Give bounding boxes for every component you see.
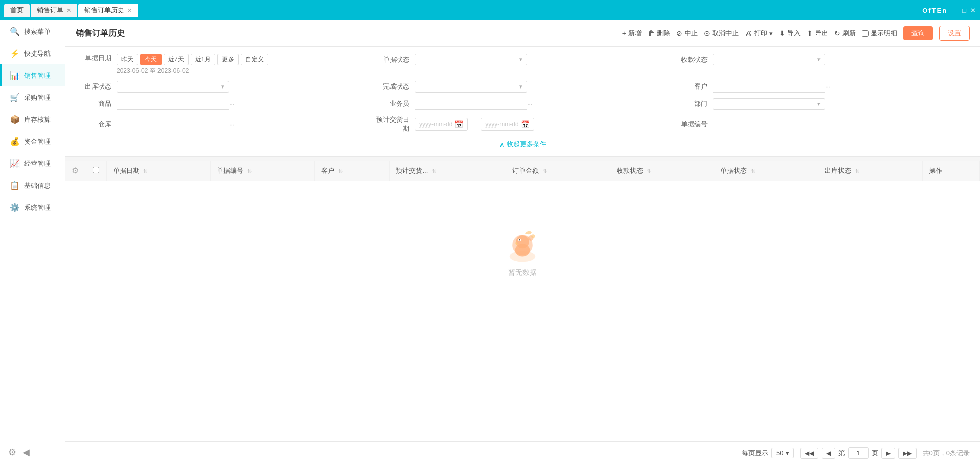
- refresh-label: 刷新: [842, 29, 856, 38]
- sidebar: 🔍 搜索菜单 ⚡ 快捷导航 📊 销售管理 🛒 采购管理 📦 库存核算 💰 资金管…: [0, 20, 65, 464]
- pagination: ◀◀ ◀ 第 页 ▶ ▶▶: [800, 447, 917, 459]
- import-button[interactable]: ⬇ 导入: [779, 29, 801, 38]
- export-label: 导出: [815, 29, 828, 38]
- filter-bill-no-group: 单据编号: [672, 118, 970, 130]
- print-icon: 🖨: [745, 29, 752, 37]
- fund-mgmt-icon: 💰: [10, 137, 20, 146]
- cancel-stop-button[interactable]: ⊙ 取消中止: [704, 29, 739, 38]
- yesterday-btn[interactable]: 昨天: [117, 54, 138, 65]
- salesperson-dots[interactable]: ···: [527, 100, 533, 108]
- product-dots[interactable]: ···: [229, 100, 235, 108]
- page-size-box[interactable]: 50 ▾: [771, 448, 793, 458]
- delivery-date-from-input[interactable]: yyyy-mm-dd 📅: [415, 118, 468, 131]
- collapse-sidebar-icon[interactable]: ◀: [22, 447, 30, 458]
- tab-sales-order[interactable]: 销售订单 ✕: [31, 4, 77, 17]
- sort-receive-status-icon[interactable]: ⇅: [647, 168, 651, 174]
- tab-sales-order-label: 销售订单: [37, 6, 63, 15]
- tab-home[interactable]: 首页: [4, 4, 30, 17]
- display-detail-input[interactable]: [862, 30, 869, 37]
- current-page-input[interactable]: [848, 447, 869, 459]
- department-select[interactable]: ▾: [713, 98, 825, 110]
- page-label-pre: 第: [838, 449, 845, 458]
- last-page-btn[interactable]: ▶▶: [898, 448, 917, 459]
- display-detail-checkbox[interactable]: 显示明细: [862, 29, 897, 38]
- new-button[interactable]: + 新增: [622, 29, 642, 38]
- sidebar-item-search-menu[interactable]: 🔍 搜索菜单: [0, 20, 65, 42]
- receive-status-select[interactable]: ▾: [713, 54, 825, 65]
- delete-button[interactable]: 🗑 删除: [648, 29, 670, 38]
- page-title: 销售订单历史: [76, 28, 125, 39]
- delivery-date-to-input[interactable]: yyyy-mm-dd 📅: [481, 118, 534, 131]
- tab-sales-history[interactable]: 销售订单历史 ✕: [78, 4, 138, 17]
- out-status-select[interactable]: ▾: [117, 81, 229, 93]
- sidebar-bottom: ⚙ ◀: [0, 440, 65, 464]
- query-button[interactable]: 查询: [903, 26, 933, 40]
- last7-btn[interactable]: 近7天: [164, 54, 189, 65]
- svg-point-3: [515, 244, 530, 256]
- sidebar-item-purchase-mgmt[interactable]: 🛒 采购管理: [0, 86, 65, 108]
- filter-complete-status-group: 完成状态 ▾: [374, 81, 672, 93]
- print-button[interactable]: 🖨 打印 ▾: [745, 29, 773, 38]
- tab-home-label: 首页: [10, 6, 24, 15]
- salesperson-input[interactable]: [415, 98, 527, 110]
- new-icon: +: [622, 29, 626, 37]
- today-btn[interactable]: 今天: [140, 54, 162, 65]
- bill-no-input[interactable]: [713, 118, 856, 130]
- bill-status-arrow-icon: ▾: [519, 56, 522, 63]
- sidebar-item-quick-nav[interactable]: ⚡ 快捷导航: [0, 42, 65, 64]
- sidebar-item-sales-mgmt[interactable]: 📊 销售管理: [0, 64, 65, 86]
- minimize-btn[interactable]: —: [951, 7, 958, 14]
- first-page-btn[interactable]: ◀◀: [800, 448, 818, 459]
- settings-button[interactable]: 设置: [939, 26, 970, 41]
- import-label: 导入: [787, 29, 801, 38]
- close-btn[interactable]: ✕: [970, 7, 976, 14]
- sidebar-item-ops-mgmt[interactable]: 📈 经营管理: [0, 152, 65, 174]
- tab-sales-order-close[interactable]: ✕: [66, 7, 71, 14]
- maximize-btn[interactable]: □: [962, 7, 966, 14]
- th-bill-no: 单据编号 ⇅: [211, 161, 315, 181]
- th-bill-status: 单据状态 ⇅: [714, 161, 818, 181]
- ops-mgmt-icon: 📈: [10, 159, 20, 168]
- sort-order-amount-icon[interactable]: ⇅: [543, 168, 547, 174]
- stop-button[interactable]: ⊘ 中止: [676, 29, 698, 38]
- customer-dots[interactable]: ···: [825, 83, 831, 91]
- refresh-icon: ↻: [834, 29, 840, 37]
- warehouse-input[interactable]: [117, 118, 229, 130]
- sort-bill-no-icon[interactable]: ⇅: [247, 168, 252, 174]
- filter-customer-group: 客户 ···: [672, 80, 970, 93]
- custom-btn[interactable]: 自定义: [241, 54, 268, 65]
- sidebar-item-basic-info[interactable]: 📋 基础信息: [0, 174, 65, 196]
- customer-input[interactable]: [713, 80, 825, 93]
- select-all-checkbox[interactable]: [93, 167, 99, 173]
- next-page-btn[interactable]: ▶: [881, 448, 895, 459]
- table-area: ⚙ 单据日期 ⇅ 单据编号 ⇅: [65, 161, 980, 441]
- complete-status-select[interactable]: ▾: [415, 81, 527, 93]
- bill-status-label: 单据状态: [374, 55, 415, 64]
- tab-sales-history-close[interactable]: ✕: [127, 7, 132, 14]
- sort-bill-status-icon[interactable]: ⇅: [751, 168, 755, 174]
- product-input[interactable]: [117, 98, 229, 110]
- bill-status-select[interactable]: ▾: [415, 54, 527, 65]
- sidebar-item-system-mgmt[interactable]: ⚙️ 系统管理: [0, 196, 65, 218]
- new-label: 新增: [628, 29, 642, 38]
- table-footer: 每页显示 50 ▾ ◀◀ ◀ 第 页 ▶ ▶▶ 共0页，0条记录: [65, 441, 980, 464]
- last1m-btn[interactable]: 近1月: [191, 54, 216, 65]
- sort-customer-icon[interactable]: ⇅: [338, 168, 343, 174]
- delete-label: 删除: [657, 29, 670, 38]
- collapse-more-btn[interactable]: ∧ 收起更多条件: [76, 137, 970, 149]
- table-settings-icon[interactable]: ⚙: [72, 166, 79, 175]
- export-button[interactable]: ⬆ 导出: [807, 29, 828, 38]
- sort-out-status-icon[interactable]: ⇅: [855, 168, 859, 174]
- sort-bill-date-icon[interactable]: ⇅: [143, 168, 147, 174]
- settings-bottom-icon[interactable]: ⚙: [8, 447, 16, 458]
- filter-receive-status-group: 收款状态 ▾: [672, 54, 970, 65]
- cancel-stop-label: 取消中止: [712, 29, 739, 38]
- prev-page-btn[interactable]: ◀: [822, 448, 835, 459]
- sidebar-item-inventory-calc[interactable]: 📦 库存核算: [0, 108, 65, 130]
- more-btn[interactable]: 更多: [217, 54, 239, 65]
- filter-area: 单据日期 昨天 今天 近7天 近1月 更多 自定义 2023-06-02 至 2…: [65, 47, 980, 157]
- sidebar-item-fund-mgmt[interactable]: 💰 资金管理: [0, 130, 65, 152]
- warehouse-dots[interactable]: ···: [229, 121, 235, 128]
- refresh-button[interactable]: ↻ 刷新: [834, 29, 856, 38]
- sort-delivery-date-icon[interactable]: ⇅: [432, 168, 436, 174]
